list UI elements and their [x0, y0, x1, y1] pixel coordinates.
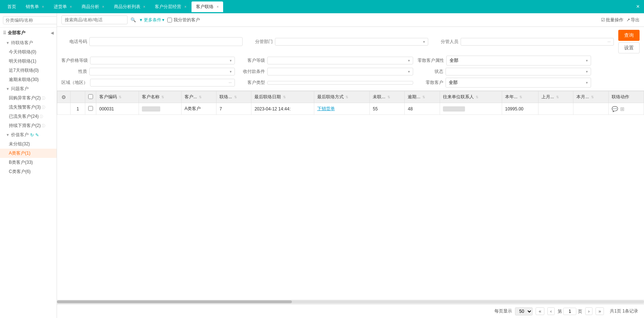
main-search-icon[interactable]: 🔍	[130, 17, 136, 22]
sidebar-item-repurchase-abnormal[interactable]: 回购异常客户(2) ⓘ	[0, 93, 57, 103]
last-page-button[interactable]: »	[595, 307, 604, 315]
grid-action-icon[interactable]: ⊞	[620, 106, 625, 112]
col-overdue[interactable]: 逾期... ⇅	[405, 91, 440, 103]
nature-label: 性质	[61, 68, 87, 75]
prev-page-button[interactable]: ‹	[547, 307, 555, 315]
customer-type-label: 客户类型	[239, 80, 265, 86]
sidebar-item-class-b[interactable]: B类客户(33)	[0, 158, 57, 167]
status-select[interactable]: ▾	[446, 68, 591, 75]
payment-select[interactable]: ▾	[267, 68, 413, 75]
col-checkbox-header[interactable]	[85, 91, 96, 103]
sidebar-group-pending-contact[interactable]: ▼ 待联络客户	[0, 38, 57, 47]
nav-tab-product-analysis[interactable]: 商品分析 ×	[77, 1, 109, 12]
close-product-list-tab[interactable]: ×	[143, 5, 146, 9]
col-last-contact-method[interactable]: 最后联络方式 ⇅	[314, 91, 369, 103]
page-number-input[interactable]	[563, 308, 576, 315]
col-gear[interactable]: ⚙	[57, 91, 71, 103]
nav-tab-sales[interactable]: 销售单 ×	[21, 1, 49, 12]
collapse-sidebar-icon[interactable]: ◀	[51, 31, 54, 35]
close-purchase-tab[interactable]: ×	[70, 5, 72, 9]
sort-icon: ⇅	[519, 95, 522, 99]
col-contact-person[interactable]: 往来单位联系人 ⇅	[440, 91, 502, 103]
scrollbar-thumb[interactable]	[57, 300, 292, 303]
all-customers-header[interactable]: ⠿ 全部客户 ◀	[0, 28, 57, 38]
nav-tab-home[interactable]: 首页	[3, 1, 21, 12]
sidebar-item-tomorrow-pending[interactable]: 明天待联络(1)	[0, 57, 57, 66]
window-close-button[interactable]: ×	[635, 2, 641, 11]
phone-input[interactable]	[89, 37, 243, 46]
close-customer-contact-tab[interactable]: ×	[217, 5, 219, 9]
person-select[interactable]: ···	[461, 38, 614, 46]
content-area: 🔍 ▼ 更多条件 ▾ 我分管的客户 ☑ 批量操作 ↗ 导出	[57, 13, 644, 318]
chevron-down-icon: ▾	[586, 70, 588, 74]
group-label: 问题客户	[11, 86, 29, 92]
page-size-select[interactable]: 50	[515, 307, 533, 315]
customer-type-select[interactable]	[267, 81, 413, 85]
filter-bar: 🔍 ▼ 更多条件 ▾ 我分管的客户 ☑ 批量操作 ↗ 导出	[57, 13, 644, 27]
row-last-contact-method[interactable]: 下销货单	[314, 103, 369, 115]
sort-icon: ⇅	[556, 95, 559, 99]
nature-select[interactable]: ▾	[89, 68, 235, 75]
customer-level-select[interactable]: ▾	[267, 57, 413, 64]
sidebar-item-continuous-decline[interactable]: 持续下滑客户(2) ⓘ	[0, 121, 57, 130]
row-checkbox[interactable]	[88, 106, 93, 111]
sidebar-item-class-a[interactable]: A类客户(1)	[0, 149, 57, 158]
sidebar-search-input[interactable]	[3, 16, 57, 24]
query-button[interactable]: 查询	[618, 30, 640, 41]
dept-select[interactable]: ▾	[275, 38, 428, 46]
next-page-button[interactable]: ›	[585, 307, 593, 315]
scrollbar-track[interactable]	[57, 300, 644, 303]
refresh-icon[interactable]: ↻	[30, 132, 34, 138]
horizontal-scrollbar[interactable]	[57, 300, 644, 304]
col-customer-level[interactable]: 客户... ⇅	[181, 91, 216, 103]
sidebar-item-overdue-no-contact[interactable]: 逾期未联络(30)	[0, 75, 57, 84]
batch-operation-button[interactable]: ☑ 批量操作	[601, 17, 623, 23]
my-customers-checkbox[interactable]	[167, 18, 172, 22]
sidebar-item-7days-pending[interactable]: 近7天待联络(0)	[0, 66, 57, 75]
gear-icon[interactable]: ⚙	[61, 94, 66, 100]
nav-tab-product-list[interactable]: 商品分析列表 ×	[110, 1, 150, 12]
info-icon: ⓘ	[39, 114, 43, 119]
col-last-month[interactable]: 上月... ⇅	[539, 91, 573, 103]
export-button[interactable]: ↗ 导出	[626, 17, 640, 23]
setting-button[interactable]: 设置	[618, 42, 640, 53]
row-customer-name[interactable]: Ea	[139, 103, 181, 115]
first-page-button[interactable]: «	[536, 307, 544, 315]
more-filters-button[interactable]: ▼ 更多条件 ▾	[139, 17, 164, 23]
col-contact-count[interactable]: 联络... ⇅	[217, 91, 251, 103]
col-last-contact-date[interactable]: 最后联络日期 ⇅	[251, 91, 314, 103]
col-customer-code[interactable]: 客户编码 ⇅	[96, 91, 139, 103]
close-sales-tab[interactable]: ×	[42, 5, 44, 9]
col-this-month[interactable]: 本月... ⇅	[573, 91, 608, 103]
sidebar-item-ungrouped[interactable]: 未分组(32)	[0, 139, 57, 149]
top-navigation: 首页 销售单 × 进货单 × 商品分析 × 商品分析列表 × 客户分层经营 × …	[0, 0, 644, 13]
price-level-select[interactable]: ▾	[90, 57, 235, 64]
row-this-year: 10995.00	[502, 103, 538, 115]
my-customers-filter[interactable]: 我分管的客户	[167, 17, 200, 23]
main-search-input[interactable]	[61, 15, 128, 24]
chat-action-icon[interactable]: 💬	[612, 106, 618, 112]
close-customer-segment-tab[interactable]: ×	[184, 5, 186, 9]
nav-tab-customer-contact[interactable]: 客户联络 ×	[192, 1, 223, 12]
sidebar-item-class-c[interactable]: C类客户(6)	[0, 167, 57, 176]
edit-group-icon[interactable]: ✎	[35, 132, 39, 138]
sidebar-item-today-pending[interactable]: 今天待联络(0)	[0, 47, 57, 57]
sidebar-group-value-customers[interactable]: ▼ 价值客户 ↻ ✎	[0, 130, 57, 139]
nav-tab-customer-segment[interactable]: 客户分层经营 ×	[150, 1, 191, 12]
close-product-analysis-tab[interactable]: ×	[102, 5, 104, 9]
total-records-info: 共1页 1条记录	[610, 308, 638, 314]
col-this-year[interactable]: 本年... ⇅	[502, 91, 538, 103]
col-no-contact[interactable]: 未联... ⇅	[370, 91, 405, 103]
row-customer-code[interactable]: 000031	[96, 103, 139, 115]
row-checkbox-cell[interactable]	[85, 103, 96, 115]
retail-customer-select[interactable]: 全部 ▾	[446, 78, 591, 88]
region-select[interactable]: ···	[90, 79, 235, 86]
chevron-down-icon: ▾	[230, 59, 232, 63]
select-all-checkbox[interactable]	[88, 94, 93, 99]
nav-tab-purchase[interactable]: 进货单 ×	[49, 1, 76, 12]
sidebar-item-already-churned[interactable]: 已流失客户(24) ⓘ	[0, 112, 57, 121]
retail-attr-select[interactable]: 全部 ▾	[446, 56, 591, 66]
col-customer-name[interactable]: 客户名称 ⇅	[139, 91, 181, 103]
sidebar-item-churn-warning[interactable]: 流失预警客户(3) ⓘ	[0, 103, 57, 112]
sidebar-group-problem-customers[interactable]: ▼ 问题客户	[0, 84, 57, 93]
